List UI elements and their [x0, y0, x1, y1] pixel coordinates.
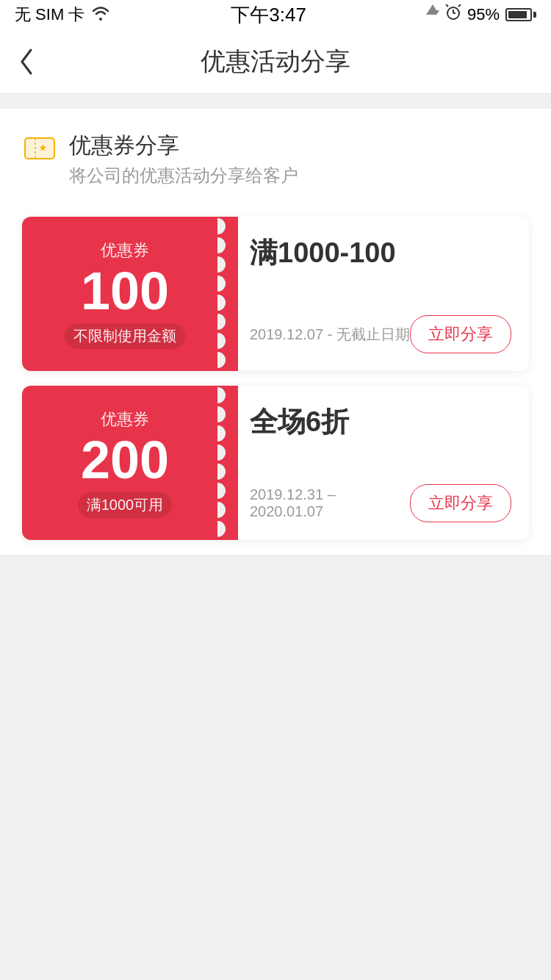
section-text-group: 优惠券分享 将公司的优惠活动分享给客户 [69, 131, 298, 187]
share-button-2[interactable]: 立即分享 [410, 484, 511, 522]
coupon-footer-2: 2019.12.31 – 2020.01.07 立即分享 [250, 484, 511, 522]
carrier-text: 无 SIM 卡 [15, 4, 84, 26]
coupon-label-1: 优惠券 [101, 239, 149, 262]
status-left: 无 SIM 卡 [15, 4, 111, 26]
nav-bar: 优惠活动分享 [0, 29, 551, 94]
coupon-card-1: 优惠券 100 不限制使用金额 满1000-100 2019.12.07 - 无… [22, 217, 529, 371]
coupon-right-2: 全场6折 2019.12.31 – 2020.01.07 立即分享 [228, 386, 529, 540]
share-button-1[interactable]: 立即分享 [410, 315, 511, 353]
battery-percent: 95% [467, 5, 500, 24]
coupon-date-1: 2019.12.07 - 无截止日期 [250, 325, 410, 345]
coupon-right-1: 满1000-100 2019.12.07 - 无截止日期 立即分享 [228, 217, 529, 371]
status-right: 95% [426, 4, 536, 25]
coupon-left-1: 优惠券 100 不限制使用金额 [22, 217, 228, 371]
coupon-value-1: 100 [81, 264, 169, 317]
coupon-label-2: 优惠券 [101, 408, 149, 430]
coupon-card-2: 优惠券 200 满1000可用 全场6折 2019.12.31 – 2020.0… [22, 386, 529, 540]
coupon-left-2: 优惠券 200 满1000可用 [22, 386, 228, 540]
coupon-date-2: 2019.12.31 – 2020.01.07 [250, 486, 410, 520]
coupon-value-2: 200 [81, 433, 169, 486]
alarm-icon [445, 4, 461, 25]
svg-rect-5 [25, 138, 54, 159]
battery-icon [505, 8, 536, 21]
coupon-footer-1: 2019.12.07 - 无截止日期 立即分享 [250, 315, 511, 353]
time-display: 下午3:47 [231, 2, 306, 28]
wifi-icon [90, 4, 111, 25]
svg-line-3 [446, 4, 448, 7]
coupon-condition-1: 不限制使用金额 [65, 323, 185, 349]
coupon-name-2: 全场6折 [250, 403, 511, 441]
location-icon [426, 4, 439, 25]
svg-line-4 [458, 4, 461, 7]
back-button[interactable] [18, 47, 35, 76]
coupon-name-1: 满1000-100 [250, 234, 511, 272]
status-bar: 无 SIM 卡 下午3:47 95% [0, 0, 551, 29]
section-title: 优惠券分享 [69, 131, 298, 161]
coupon-condition-2: 满1000可用 [78, 492, 173, 518]
empty-area [0, 555, 551, 980]
nav-title: 优惠活动分享 [201, 45, 350, 79]
section-header: 优惠券分享 将公司的优惠活动分享给客户 [0, 109, 551, 202]
section-subtitle: 将公司的优惠活动分享给客户 [69, 164, 298, 187]
section-header-icon [22, 131, 57, 166]
coupon-list: 优惠券 100 不限制使用金额 满1000-100 2019.12.07 - 无… [0, 202, 551, 555]
